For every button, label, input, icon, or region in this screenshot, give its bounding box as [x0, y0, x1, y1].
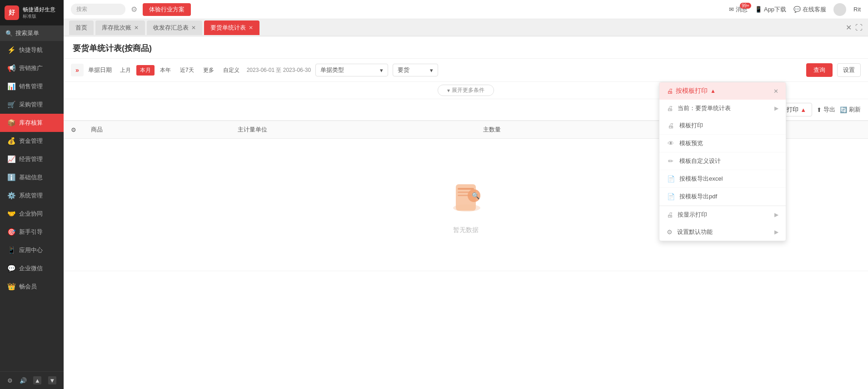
sidebar-item-label: 基础信息 [19, 173, 43, 182]
dropdown-display-print-left: 🖨 按显示打印 [667, 211, 707, 219]
date-btn-this-year[interactable]: 本年 [156, 65, 175, 76]
date-btn-more[interactable]: 更多 [200, 65, 218, 76]
tab-expand[interactable]: ⛶ [855, 23, 863, 32]
sidebar-item-member[interactable]: 👑 畅会员 [0, 278, 64, 296]
online-service-button[interactable]: 💬 在线客服 [793, 5, 826, 14]
refresh-label: 刷新 [849, 106, 861, 114]
message-button[interactable]: ✉ 消息 99+ [729, 5, 748, 14]
expand-more-label: 展开更多条件 [452, 86, 484, 94]
page-title: 要货单统计表(按商品) [73, 44, 152, 53]
sidebar-search-label: 搜索菜单 [15, 29, 39, 37]
svg-rect-2 [458, 188, 474, 190]
dropdown-display-print[interactable]: 🖨 按显示打印 ▶ [659, 206, 786, 223]
tab-close-all[interactable]: ✕ [846, 23, 852, 32]
topbar-search: 搜索 [71, 4, 125, 15]
sidebar-item-quick-nav[interactable]: ⚡ 快捷导航 [0, 41, 64, 59]
sidebar-item-system[interactable]: ⚙️ 系统管理 [0, 187, 64, 205]
svg-text:🔍: 🔍 [472, 192, 480, 200]
sidebar-item-weixin[interactable]: 💬 企业微信 [0, 259, 64, 278]
tab-order-stats[interactable]: 要货单统计表 ✕ [204, 20, 259, 35]
inventory-icon: 📦 [7, 119, 15, 127]
user-avatar[interactable] [833, 3, 846, 16]
filter-actions: 查询 设置 [806, 63, 861, 77]
sidebar-item-marketing[interactable]: 📢 营销推广 [0, 59, 64, 77]
tab-batch-account-close[interactable]: ✕ [134, 25, 139, 31]
main-area: 搜索 ⚙ 体验行业方案 ✉ 消息 99+ 📱 App下载 💬 在线客服 Rit [64, 0, 868, 389]
collab-icon: 🤝 [7, 210, 15, 218]
app-download-button[interactable]: 📱 App下载 [755, 5, 786, 14]
dropdown-item-template-excel[interactable]: 📄 按模板导出excel [659, 170, 786, 188]
sidebar-scroll-up[interactable]: ▲ [33, 376, 41, 384]
dropdown-item-template-pdf[interactable]: 📄 按模板导出pdf [659, 188, 786, 206]
doc-type-chevron: ▾ [380, 67, 383, 74]
dropdown-item-template-custom[interactable]: ✏ 模板自定义设计 [659, 152, 786, 170]
topbar-gear-icon[interactable]: ⚙ [131, 5, 137, 14]
filter-expand-button[interactable]: » [71, 64, 84, 76]
sidebar-item-label: 新手引导 [19, 228, 43, 236]
sidebar-item-purchase[interactable]: 🛒 采购管理 [0, 96, 64, 114]
tab-home-label: 首页 [75, 24, 87, 32]
sidebar-item-guide[interactable]: 🎯 新手引导 [0, 223, 64, 241]
dropdown-template-print-icon: 🖨 [667, 122, 675, 129]
tab-batch-account[interactable]: 库存批次账 ✕ [95, 20, 145, 35]
dropdown-set-default[interactable]: ⚙ 设置默认功能 ▶ [659, 223, 786, 241]
sidebar-logo: 好 畅捷通好生意 标准版 [0, 0, 64, 25]
sidebar-scroll-down[interactable]: ▼ [48, 376, 56, 384]
dropdown-current-chevron: ▶ [774, 105, 778, 111]
dropdown-header: 🖨 按模板打印 ▲ ✕ [659, 82, 786, 100]
tab-order-stats-close[interactable]: ✕ [249, 25, 253, 31]
sidebar-item-sales[interactable]: 📊 销售管理 [0, 77, 64, 96]
dropdown-item-template-print[interactable]: 🖨 模板打印 [659, 117, 786, 135]
date-btn-custom[interactable]: 自定义 [219, 65, 243, 76]
dropdown-item-template-preview[interactable]: 👁 模板预览 [659, 135, 786, 152]
date-btn-last-7-days[interactable]: 近7天 [176, 65, 198, 76]
sidebar-item-basic[interactable]: ℹ️ 基础信息 [0, 168, 64, 187]
col-unit: 主计量单位 [230, 121, 476, 139]
col-settings[interactable]: ⚙ [64, 121, 84, 139]
dropdown-template-pdf-icon: 📄 [667, 193, 675, 200]
guide-icon: 🎯 [7, 228, 15, 236]
tabs-window-controls: ✕ ⛶ [846, 23, 863, 32]
refresh-icon: 🔄 [840, 106, 847, 113]
dropdown-close-button[interactable]: ✕ [773, 88, 778, 95]
logo-icon: 好 [5, 5, 19, 20]
dropdown-header-title: 🖨 按模板打印 ▲ [667, 87, 716, 95]
dropdown-current-item[interactable]: 🖨 当前：要货单统计表 ▶ [659, 100, 786, 117]
expand-down-icon: ▾ [447, 87, 450, 94]
sidebar-item-finance[interactable]: 💰 资金管理 [0, 132, 64, 150]
speaker-icon[interactable]: 🔊 [20, 377, 27, 384]
dropdown-set-default-chevron: ▶ [774, 229, 778, 235]
expand-more-button[interactable]: ▾ 展开更多条件 [438, 85, 494, 96]
trial-button[interactable]: 体验行业方案 [143, 3, 191, 16]
tab-receipt-summary-close[interactable]: ✕ [191, 25, 196, 31]
online-service-label: 在线客服 [803, 5, 826, 14]
date-btn-last-month[interactable]: 上月 [116, 65, 135, 76]
operation-icon: 📈 [7, 155, 15, 163]
export-button[interactable]: ⬆ 导出 [817, 106, 835, 114]
sidebar-item-operation[interactable]: 📈 经营管理 [0, 150, 64, 168]
yh-chevron: ▾ [430, 67, 433, 74]
doc-type-select[interactable]: 单据类型 ▾ [315, 64, 388, 76]
date-filter-label: 单据日期 [88, 66, 112, 74]
col-quantity: 主数量 [476, 121, 655, 139]
filter-settings-button[interactable]: 设置 [837, 63, 861, 77]
tab-order-stats-label: 要货单统计表 [210, 24, 246, 32]
yh-filter-select[interactable]: 要货 ▾ [393, 64, 438, 76]
tab-batch-account-label: 库存批次账 [102, 24, 131, 32]
sidebar-item-apps[interactable]: 📱 应用中心 [0, 241, 64, 259]
tab-receipt-summary[interactable]: 收发存汇总表 ✕ [147, 20, 202, 35]
query-button[interactable]: 查询 [806, 63, 833, 77]
col-product: 商品 [84, 121, 230, 139]
sidebar-item-inventory[interactable]: 📦 库存核算 [0, 114, 64, 132]
tab-home[interactable]: 首页 [69, 20, 94, 35]
refresh-button[interactable]: 🔄 刷新 [840, 106, 861, 114]
topbar-right: ✉ 消息 99+ 📱 App下载 💬 在线客服 Rit [729, 3, 861, 16]
sidebar-item-label: 资金管理 [19, 137, 43, 145]
dropdown-template-custom-icon: ✏ [667, 157, 675, 165]
sidebar-item-collab[interactable]: 🤝 企业协同 [0, 205, 64, 223]
date-btn-this-month[interactable]: 本月 [136, 65, 155, 76]
app-download-icon: 📱 [755, 6, 762, 13]
sidebar-search-item[interactable]: 🔍 搜索菜单 [0, 25, 64, 41]
dropdown-current-label: 当前：要货单统计表 [678, 104, 731, 112]
settings-icon[interactable]: ⚙ [7, 377, 13, 384]
